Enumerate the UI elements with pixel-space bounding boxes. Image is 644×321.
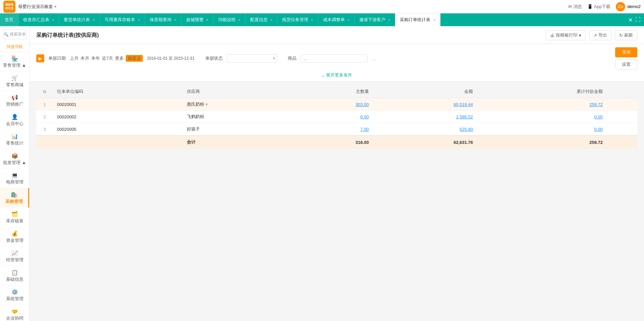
tab-purchase-stats[interactable]: 要货单统计表 × [59,13,100,26]
row-amount-2[interactable]: 1,586.52 [373,111,477,123]
sidebar-item-label: 企业协同 [6,316,23,321]
user-info[interactable]: Ea demo2 [616,2,641,11]
tab-function-desc-close[interactable]: × [238,18,240,22]
goods-more-icon[interactable]: … [372,56,376,61]
row-paid-3[interactable]: 0.00 [477,123,607,136]
goods-label: 商品 [288,55,297,61]
col-supplier: 供应商 [183,85,292,98]
sidebar-item-operation-mgmt[interactable]: 📈 经营管理 [0,247,29,266]
tab-purchase-stats-close[interactable]: × [93,18,95,22]
refresh-button[interactable]: ↻ 刷新 [615,30,637,40]
row-quantity-1[interactable]: 303.00 [292,98,373,111]
tab-shelf-life[interactable]: 保质期查询 × [145,13,181,26]
sidebar-item-member-center[interactable]: 👤 会员中心 [0,110,29,130]
quick-nav-link[interactable]: 快捷导航 [7,44,23,49]
message-label: 消息 [573,4,582,10]
sidebar-item-label: 经营管理 [6,257,23,262]
shortcut-more[interactable]: 更多 [115,55,124,61]
row-paid-2[interactable]: 0.00 [477,111,607,123]
footer-paid-amount: 259.72 [477,136,607,149]
tab-purchase-order-stats-close[interactable]: × [433,18,435,22]
sidebar-item-retail-store[interactable]: 🛒 零售商城 [0,71,29,91]
tab-available-stock[interactable]: 可用量库存账本 × [100,13,145,26]
status-select-wrap [227,54,277,63]
row-supplier-1: 惠氏奶粉 ▾ [183,98,292,111]
col-quantity: 主数量 [292,85,373,98]
tab-function-desc[interactable]: 功能说明 × [213,13,245,26]
sidebar-item-retail-stats[interactable]: 📊 零售统计 [0,130,29,149]
workspace-selector[interactable]: 母婴行业演示账套 ▾ [18,4,57,10]
download-label: App下载 [594,4,610,10]
filter-toggle[interactable]: ▶ [36,54,44,62]
tab-task-mgmt-close[interactable]: × [311,18,313,22]
tab-invite-customer[interactable]: 邀请下游客户 × [355,13,395,26]
content: 采购订单统计表(按供应商) 🖨 按模板打印 ▾ ↗ 导出 ↻ 刷新 [30,26,644,321]
print-button[interactable]: 🖨 按模板打印 ▾ [546,30,586,40]
sidebar-item-enterprise-coop[interactable]: 🤝 企业协同 [0,305,29,321]
tab-config-info-close[interactable]: × [270,18,272,22]
download-action[interactable]: 📱 App下载 [587,4,610,10]
sidebar-item-inventory-check[interactable]: 🗂️ 库存核算 [0,208,29,227]
sidebar-item-marketing[interactable]: 📢 营销推广 [0,91,29,110]
tab-function-desc-label: 功能说明 [218,17,235,23]
tab-available-stock-close[interactable]: × [138,18,140,22]
tab-invite-customer-close[interactable]: × [388,18,390,22]
quick-nav[interactable]: 快捷导航 [0,41,29,52]
username: demo2 [627,4,641,9]
tab-receive-send-close[interactable]: × [52,18,54,22]
message-action[interactable]: ✉ 消息 [568,4,582,10]
date-shortcuts: 上月 本月 本年 近7天 更多 自定义 [70,55,143,62]
sidebar-item-retail-mgmt[interactable]: 🏪 零售管理 ▲ [0,52,29,71]
shortcut-this-year[interactable]: 本年 [91,55,100,61]
row-amount-3[interactable]: 525.80 [373,123,477,136]
status-select[interactable] [227,54,277,63]
sidebar-item-basic-info[interactable]: 📋 基础信息 [0,266,29,285]
footer-extra [607,136,637,149]
shortcut-7days[interactable]: 近7天 [102,55,113,61]
tab-overstock-close[interactable]: × [206,18,208,22]
row-extra-2 [607,111,637,123]
row-quantity-2[interactable]: 6.00 [292,111,373,123]
col-amount: 金额 [373,85,477,98]
row-no-2: 2 [36,111,53,123]
tab-config-info[interactable]: 配置信息 × [246,13,277,26]
row-quantity-3[interactable]: 7.00 [292,123,373,136]
sidebar-item-label: 资金管理 [6,238,23,243]
shortcut-last-month[interactable]: 上月 [70,55,78,61]
tab-home[interactable]: 首页 [0,13,18,26]
sidebar-item-wholesale-mgmt[interactable]: 📦 批发管理 ▲ [0,149,29,169]
column-settings-icon[interactable]: ⚙ [43,89,47,94]
tab-overstock[interactable]: 超储预警 × [181,13,213,26]
row-paid-1[interactable]: 259.72 [477,98,607,111]
maximize-tab-icon[interactable]: ⛶ [635,17,641,23]
search-button[interactable]: 🔍 搜索英单 [3,30,26,39]
tab-config-info-label: 配置信息 [250,17,268,23]
sidebar-item-finance-mgmt[interactable]: 💰 资金管理 [0,227,29,247]
custom-badge[interactable]: 自定义 [126,55,143,62]
export-button[interactable]: ↗ 导出 [589,30,611,40]
wholesale-icon: 📦 [0,153,29,159]
close-tab-icon[interactable]: ✕ [628,17,633,23]
row-amount-1[interactable]: 60,519.44 [373,98,477,111]
retail-store-icon: 🛒 [0,75,29,81]
tab-cost-adjust-close[interactable]: × [347,18,350,22]
sidebar-item-purchase-mgmt[interactable]: 🛍️ 采购管理 [0,188,29,208]
sidebar-item-system-mgmt[interactable]: ⚙️ 系统管理 [0,285,29,305]
tab-receive-send[interactable]: 收发存汇总表 × [18,13,59,26]
settings-button[interactable]: 设置 [615,59,637,69]
tab-shelf-life-close[interactable]: × [174,18,176,22]
footer-label: 合计 [183,136,292,149]
refresh-icon: ↻ [619,33,623,38]
sidebar-item-label: 基础信息 [6,277,23,282]
table-wrap: ⚙ 往来单位编码 供应商 主数量 金额 累计付款金额 1 00020001 [30,82,644,321]
shortcut-this-month[interactable]: 本月 [80,55,89,61]
tab-purchase-order-stats[interactable]: 采购订单统计表 × [395,13,440,26]
goods-input[interactable] [301,54,368,63]
tab-cost-adjust[interactable]: 成本调整单 × [318,13,355,26]
query-button[interactable]: 查询 [615,47,637,57]
user-avatar: Ea [616,2,625,11]
expand-more-button[interactable]: ⌄ 展开更多条件 [321,72,352,78]
tab-task-mgmt[interactable]: 拣货任务管理 × [277,13,318,26]
top-bar: 畅捷通好生意 母婴行业演示账套 ▾ ✉ 消息 📱 App下载 Ea demo2 [0,0,644,13]
sidebar-item-ecommerce[interactable]: 💻 电商管理 [0,169,29,188]
